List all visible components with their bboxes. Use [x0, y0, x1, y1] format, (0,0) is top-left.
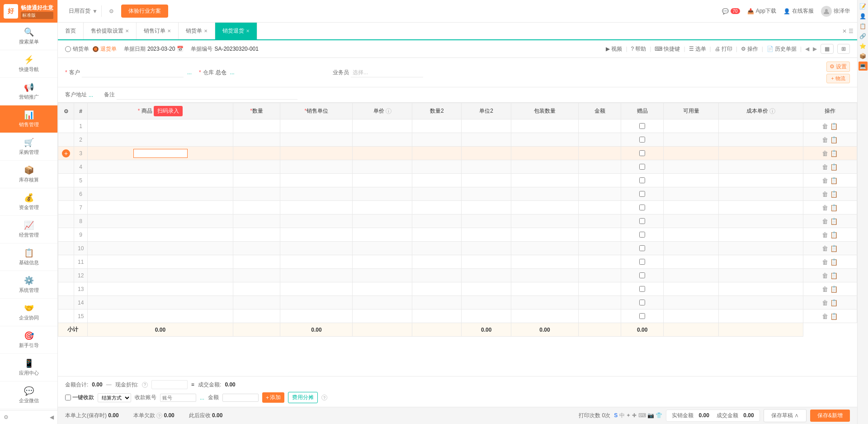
td-pack-qty[interactable]: [511, 282, 578, 296]
td-pack-qty[interactable]: [511, 255, 578, 269]
td-gift[interactable]: [621, 269, 664, 282]
td-unit2[interactable]: [462, 269, 511, 282]
td-gift[interactable]: [621, 310, 664, 323]
sidebar-item-inventory[interactable]: 📦 库存核算: [0, 161, 57, 188]
logistics-btn[interactable]: + 物流: [826, 74, 850, 83]
td-amount[interactable]: [579, 310, 621, 323]
payment-method-select[interactable]: 结算方式: [98, 393, 131, 402]
td-amount[interactable]: [579, 296, 621, 310]
td-cost[interactable]: [718, 119, 803, 133]
td-goods[interactable]: [88, 160, 233, 174]
td-amount[interactable]: [579, 214, 621, 228]
sidebar-item-guide[interactable]: 🎯 新手引导: [0, 326, 57, 354]
right-panel-btn-7[interactable]: 💻: [859, 62, 868, 71]
td-price[interactable]: [353, 310, 412, 323]
td-price[interactable]: [353, 269, 412, 282]
tab-sale-goods[interactable]: 销货单 ✕: [179, 23, 215, 39]
td-qty2[interactable]: [412, 214, 462, 228]
td-available[interactable]: [664, 255, 719, 269]
delete-row-btn[interactable]: 🗑: [822, 136, 828, 143]
td-unit[interactable]: [280, 187, 353, 201]
setup-btn[interactable]: ⚙ 设置: [826, 62, 850, 72]
copy-row-btn[interactable]: 📋: [830, 136, 838, 143]
td-available[interactable]: [664, 119, 719, 133]
td-amount[interactable]: [579, 119, 621, 133]
td-qty[interactable]: [233, 187, 280, 201]
view-list-btn[interactable]: ▦: [821, 44, 834, 54]
td-cost[interactable]: [718, 187, 803, 201]
th-gear[interactable]: ⚙: [58, 103, 74, 119]
td-goods[interactable]: [88, 147, 233, 160]
action-history-btn[interactable]: 📄 历史单据: [767, 45, 797, 53]
td-unit2[interactable]: [462, 160, 511, 174]
td-unit[interactable]: [280, 147, 353, 160]
td-gift[interactable]: [621, 214, 664, 228]
td-price[interactable]: [353, 187, 412, 201]
copy-row-btn[interactable]: 📋: [830, 313, 838, 320]
td-goods[interactable]: [88, 187, 233, 201]
td-cost[interactable]: [718, 174, 803, 187]
copy-row-btn[interactable]: 📋: [830, 299, 838, 306]
fee-split-btn[interactable]: 费用分摊: [288, 392, 318, 403]
sidebar-item-finance[interactable]: 💰 资金管理: [0, 188, 57, 216]
delete-row-btn[interactable]: 🗑: [822, 258, 828, 266]
td-available[interactable]: [664, 187, 719, 201]
gift-checkbox[interactable]: [639, 205, 645, 210]
td-gift[interactable]: [621, 119, 664, 133]
td-unit2[interactable]: [462, 133, 511, 147]
td-qty[interactable]: [233, 228, 280, 242]
gift-checkbox[interactable]: [639, 177, 645, 183]
td-available[interactable]: [664, 269, 719, 282]
delete-row-btn[interactable]: 🗑: [822, 218, 828, 225]
address-dots-icon[interactable]: ...: [89, 92, 93, 98]
td-gift[interactable]: [621, 228, 664, 242]
td-cost[interactable]: [718, 228, 803, 242]
td-unit[interactable]: [280, 133, 353, 147]
gift-checkbox[interactable]: [639, 313, 645, 319]
td-unit2[interactable]: [462, 242, 511, 255]
td-price[interactable]: [353, 201, 412, 214]
tab-close-icon[interactable]: ✕: [125, 29, 129, 33]
td-amount[interactable]: [579, 242, 621, 255]
salesperson-input[interactable]: [351, 68, 423, 77]
user-profile[interactable]: 徐泽华: [821, 6, 850, 17]
sidebar-item-purchase[interactable]: 🛒 采购管理: [0, 133, 57, 161]
td-goods[interactable]: [88, 228, 233, 242]
copy-row-btn[interactable]: 📋: [830, 245, 838, 252]
delete-row-btn[interactable]: 🗑: [822, 272, 828, 279]
gift-checkbox[interactable]: [639, 272, 645, 278]
tab-close-icon[interactable]: ✕: [167, 29, 171, 33]
td-amount[interactable]: [579, 187, 621, 201]
td-available[interactable]: [664, 214, 719, 228]
action-select-btn[interactable]: ☰ 选单: [689, 45, 706, 53]
copy-row-btn[interactable]: 📋: [830, 272, 838, 279]
td-goods[interactable]: [88, 242, 233, 255]
action-video-btn[interactable]: ▶ 视频: [606, 45, 622, 53]
remark-input[interactable]: [117, 90, 297, 100]
td-pack-qty[interactable]: [511, 147, 578, 160]
td-unit2[interactable]: [462, 174, 511, 187]
delete-row-btn[interactable]: 🗑: [822, 286, 828, 293]
copy-row-btn[interactable]: 📋: [830, 123, 838, 130]
td-amount[interactable]: [579, 133, 621, 147]
td-qty2[interactable]: [412, 133, 462, 147]
td-goods[interactable]: [88, 255, 233, 269]
td-unit2[interactable]: [462, 187, 511, 201]
td-unit[interactable]: [280, 255, 353, 269]
td-unit2[interactable]: [462, 282, 511, 296]
td-pack-qty[interactable]: [511, 187, 578, 201]
gift-checkbox[interactable]: [639, 191, 645, 197]
td-qty[interactable]: [233, 269, 280, 282]
sidebar-item-marketing[interactable]: 📢 营销推广: [0, 78, 57, 105]
tab-menu-icon[interactable]: ☰: [849, 28, 854, 34]
td-gift[interactable]: [621, 282, 664, 296]
gift-checkbox[interactable]: [639, 218, 645, 224]
cost-info-icon[interactable]: i: [769, 108, 775, 114]
copy-row-btn[interactable]: 📋: [830, 191, 838, 198]
sidebar-item-enterprise[interactable]: 🤝 企业协同: [0, 299, 57, 326]
app-download-btn[interactable]: 📥 App下载: [747, 7, 776, 15]
td-unit[interactable]: [280, 310, 353, 323]
td-gift[interactable]: [621, 160, 664, 174]
online-service-btn[interactable]: 👤 在线客服: [783, 7, 814, 15]
td-available[interactable]: [664, 296, 719, 310]
